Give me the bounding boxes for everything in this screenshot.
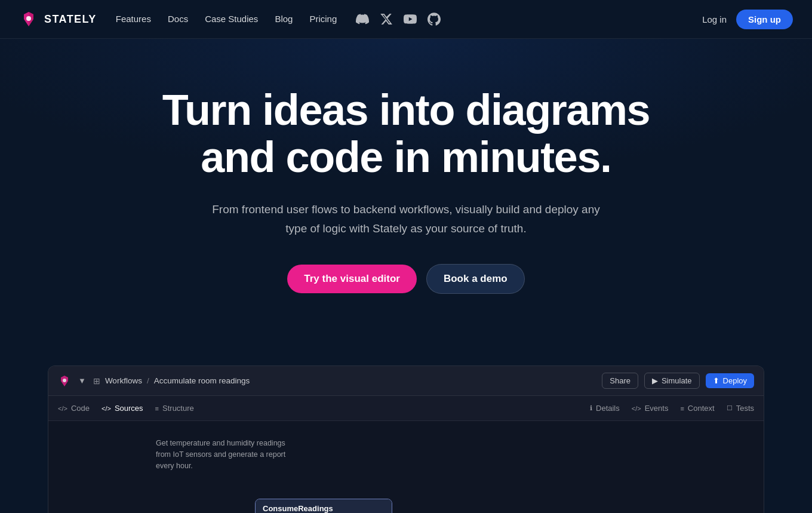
editor-logo-icon [58,374,71,388]
signup-button[interactable]: Sign up [736,10,793,29]
nav-links: Features Docs Case Studies Blog Pricing [116,14,337,24]
tab-structure[interactable]: ≡ Structure [155,404,194,413]
nav-pricing[interactable]: Pricing [309,14,337,24]
discord-icon[interactable] [356,13,369,26]
simulate-button[interactable]: ▶ Simulate [644,373,700,389]
nav-right: Log in Sign up [702,10,793,29]
editor-toolbar: </> Code </> Sources ≡ Structure ℹ Detai… [48,396,764,421]
logo-text: STATELY [44,13,97,26]
editor-topbar: ▼ ⊞ Workflows / Accumulate room readings… [48,366,764,396]
twitter-icon[interactable] [380,13,393,26]
github-icon[interactable] [427,13,441,26]
nav-docs[interactable]: Docs [168,14,188,24]
state-node-title: ConsumeReadings [256,499,392,513]
login-button[interactable]: Log in [702,14,727,24]
deploy-button[interactable]: ⬆ Deploy [706,373,754,388]
hero-headline: Turn ideas into diagrams and code in min… [137,87,675,181]
tab-context[interactable]: ≡ Context [680,404,714,413]
editor-canvas: Get temperature and humidity readings fr… [48,421,764,513]
tab-code[interactable]: </> Code [58,404,90,413]
navbar: STATELY Features Docs Case Studies Blog … [0,0,812,39]
tab-sources[interactable]: </> Sources [102,404,143,413]
breadcrumb-page[interactable]: Accumulate room readings [154,376,250,385]
book-demo-button[interactable]: Book a demo [426,264,525,294]
share-button[interactable]: Share [602,373,638,389]
breadcrumb-section-icon: ⊞ [93,376,100,386]
youtube-icon[interactable] [404,13,417,26]
canvas-description: Get temperature and humidity readings fr… [156,438,287,471]
nav-blog[interactable]: Blog [275,14,293,24]
nav-features[interactable]: Features [116,14,151,24]
hero-subtext: From frontend user flows to backend work… [203,200,609,238]
nav-case-studies[interactable]: Case Studies [205,14,258,24]
svg-point-1 [63,379,66,382]
breadcrumb-section[interactable]: Workflows [105,376,142,385]
breadcrumb: ⊞ Workflows / Accumulate room readings [93,376,250,386]
nav-social [356,13,441,26]
hero-section: Turn ideas into diagrams and code in min… [0,39,812,365]
tab-tests[interactable]: ☐ Tests [727,404,754,413]
hero-buttons: Try the visual editor Book a demo [12,264,800,294]
editor-preview: ▼ ⊞ Workflows / Accumulate room readings… [48,365,764,513]
tab-details[interactable]: ℹ Details [590,404,620,413]
state-node-consume-readings[interactable]: ConsumeReadings Getting temperature and … [255,499,392,513]
editor-topbar-menu[interactable]: ▼ [78,376,86,385]
logo-link[interactable]: STATELY [19,10,97,29]
svg-point-0 [26,16,31,21]
tab-events[interactable]: </> Events [632,404,669,413]
try-editor-button[interactable]: Try the visual editor [287,265,417,293]
